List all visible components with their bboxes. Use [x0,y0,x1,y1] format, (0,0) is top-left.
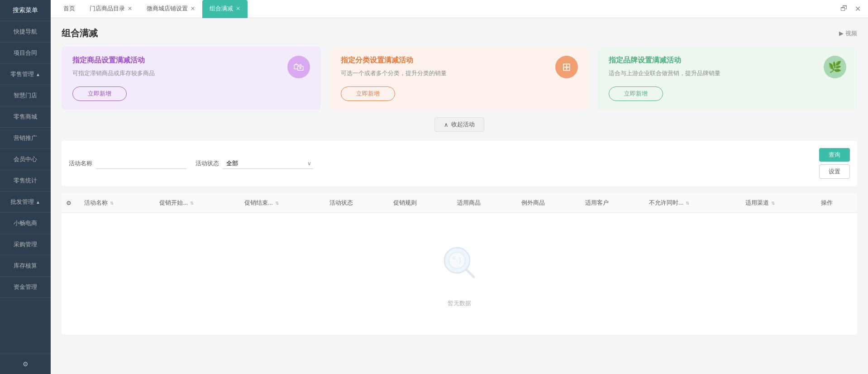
card-add-button[interactable]: 立即新增 [341,86,395,101]
svg-point-1 [449,252,465,269]
sidebar-label: 智慧门店 [14,91,37,100]
filter-status: 活动状态 全部进行中未开始已结束 ∨ [196,158,313,169]
sidebar-item-marketing[interactable]: 营销推广 [0,128,51,149]
sidebar-search[interactable]: 搜索菜单 [0,0,51,21]
sidebar-item-inventory[interactable]: 库存核算 [0,255,51,277]
sidebar-label: 零售商城 [14,113,37,121]
svg-point-3 [452,256,456,260]
sidebar-item-quick-nav[interactable]: 快捷导航 [0,21,51,43]
col-operations: 操作 [816,193,857,213]
sidebar: 搜索菜单 快捷导航项目合同零售管理▲智慧门店零售商城营销推广会员中心零售统计批发… [0,0,51,374]
collapse-label: 收起活动 [451,120,475,129]
col-promo-end[interactable]: 促销结束... ⇅ [240,193,325,213]
settings-button[interactable]: 设置 [819,164,850,179]
filter-status-select[interactable]: 全部进行中未开始已结束 [223,158,313,169]
sidebar-label: 会员中心 [14,155,37,163]
collapse-bar: ∧ 收起活动 [62,117,857,132]
empty-state: 暂无数据 [62,213,857,335]
tab-label: 微商城店铺设置 [147,5,188,13]
sidebar-item-project-contract[interactable]: 项目合同 [0,43,51,64]
card-desc: 适合与上游企业联合做营销，提升品牌销量 [609,69,846,78]
video-label: 视频 [845,29,857,38]
filter-buttons: 查询 设置 [819,148,850,179]
sidebar-item-member-center[interactable]: 会员中心 [0,149,51,170]
data-table: ⚙活动名称 ⇅促销开始... ⇅促销结束... ⇅活动状态促销规则适用商品例外商… [62,193,857,213]
sidebar-item-finance-mgmt[interactable]: 资金管理 [0,277,51,298]
filter-name-input[interactable] [96,158,186,169]
sidebar-item-smart-store[interactable]: 智慧门店 [0,85,51,106]
sidebar-item-retail-mall[interactable]: 零售商城 [0,106,51,128]
card-add-button[interactable]: 立即新增 [609,86,663,101]
restore-icon[interactable]: 🗗 [839,3,849,15]
arrow-icon: ▲ [36,200,40,205]
video-link[interactable]: ▶ 视频 [839,29,857,38]
sidebar-label: 零售管理 [10,70,34,78]
close-window-icon[interactable]: ✕ [853,3,863,15]
tab-label: 首页 [63,5,75,13]
card-desc: 可选一个或者多个分类，提升分类的销量 [341,69,578,78]
filter-row: 活动名称 活动状态 全部进行中未开始已结束 ∨ 查询 设置 [62,141,857,186]
col-applicable-channel[interactable]: 适用渠道 ⇅ [741,193,816,213]
card-icon: 🌿 [824,56,846,78]
tab-home[interactable]: 首页 [56,0,82,18]
arrow-icon: ▲ [36,72,40,77]
query-button[interactable]: 查询 [819,148,850,162]
tab-label: 组合满减 [210,5,233,13]
filter-status-select-wrap: 全部进行中未开始已结束 ∨ [223,158,313,169]
main-area: 首页门店商品目录✕微商城店铺设置✕组合满减✕ 🗗 ✕ 组合满减 ▶ 视频 🛍 指… [51,0,868,374]
card-icon: 🛍 [287,56,310,78]
sidebar-settings[interactable]: ⚙ [0,354,51,374]
tab-close-icon[interactable]: ✕ [128,5,132,12]
sidebar-item-retail-stats[interactable]: 零售统计 [0,170,51,192]
filter-name: 活动名称 [69,158,186,169]
sort-icon: ⇅ [109,201,114,206]
sidebar-item-wholesale-mgmt[interactable]: 批发管理▲ [0,192,51,213]
card-title: 指定商品设置满减活动 [72,56,310,65]
empty-text: 暂无数据 [71,299,848,307]
table-wrap: ⚙活动名称 ⇅促销开始... ⇅促销结束... ⇅活动状态促销规则适用商品例外商… [62,193,857,335]
collapse-button[interactable]: ∧ 收起活动 [434,117,484,132]
tab-close-icon[interactable]: ✕ [191,5,195,12]
tab-combo-promo[interactable]: 组合满减✕ [202,0,248,18]
col-no-concurrent[interactable]: 不允许同时... ⇅ [644,193,741,213]
tab-close-icon[interactable]: ✕ [236,5,240,12]
sidebar-label: 项目合同 [14,49,37,57]
gear-icon[interactable]: ⚙ [66,200,72,206]
gear-icon: ⚙ [23,360,29,368]
col-applicable-customer: 适用客户 [581,193,644,213]
collapse-icon: ∧ [444,121,448,128]
col-applicable-goods: 适用商品 [453,193,516,213]
cards-row: 🛍 指定商品设置满减活动 可指定滞销商品或库存较多商品 立即新增 ⊞ 指定分类设… [62,47,857,110]
sidebar-label: 营销推广 [14,134,37,142]
sidebar-item-purchase-mgmt[interactable]: 采购管理 [0,234,51,255]
sidebar-item-retail-mgmt[interactable]: 零售管理▲ [0,64,51,85]
sidebar-label: 快捷导航 [14,28,37,36]
col-name[interactable]: 活动名称 ⇅ [80,193,155,213]
filter-status-label: 活动状态 [196,159,219,168]
sidebar-label: 库存核算 [14,262,37,270]
col-promo-start[interactable]: 促销开始... ⇅ [155,193,240,213]
sort-icon: ⇅ [684,201,689,206]
sidebar-item-xiaochang-ecom[interactable]: 小畅电商 [0,213,51,234]
card-add-button[interactable]: 立即新增 [72,86,127,101]
card-brand-card: 🌿 指定品牌设置满减活动 适合与上游企业联合做营销，提升品牌销量 立即新增 [598,47,857,110]
play-icon: ▶ [839,30,844,37]
card-title: 指定品牌设置满减活动 [609,56,846,65]
sidebar-label: 采购管理 [14,240,37,249]
content-area: 组合满减 ▶ 视频 🛍 指定商品设置满减活动 可指定滞销商品或库存较多商品 立即… [51,18,868,374]
window-controls: 🗗 ✕ [839,3,863,15]
sort-icon: ⇅ [274,201,279,206]
sort-icon: ⇅ [189,201,194,206]
page-header: 组合满减 ▶ 视频 [62,27,857,39]
tab-wechat-store[interactable]: 微商城店铺设置✕ [139,0,202,18]
card-desc: 可指定滞销商品或库存较多商品 [72,69,310,78]
svg-line-2 [467,270,474,277]
sidebar-label: 批发管理 [10,198,34,206]
card-icon: ⊞ [555,56,578,78]
page-title: 组合满减 [62,27,98,39]
tab-store-catalog[interactable]: 门店商品目录✕ [82,0,139,18]
sidebar-label: 零售统计 [14,177,37,185]
card-product-card: 🛍 指定商品设置满减活动 可指定滞销商品或库存较多商品 立即新增 [62,47,321,110]
sidebar-label: 小畅电商 [14,219,37,227]
col-promo-rule: 促销规则 [389,193,453,213]
